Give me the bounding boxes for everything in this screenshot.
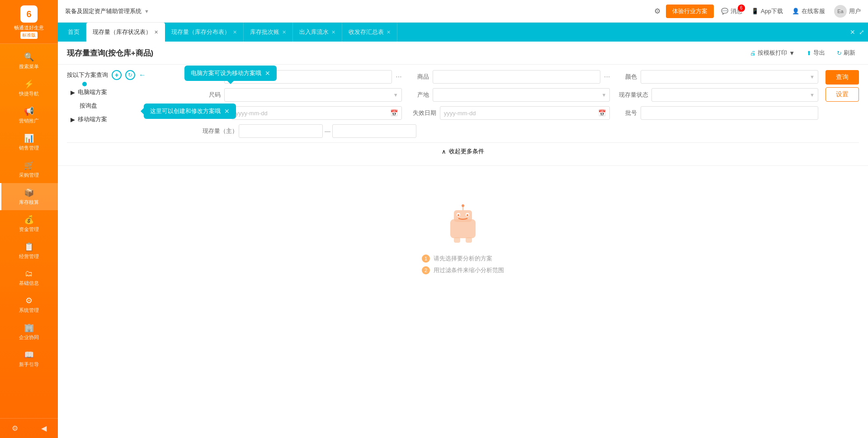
product-dots[interactable]: ··· — [604, 73, 610, 81]
tab-collect-summary[interactable]: 收发存汇总表 ✕ — [342, 23, 397, 42]
scheme-tooltip-close[interactable]: ✕ — [265, 70, 270, 77]
tab-inventory-status[interactable]: 现存量（库存状况表） ✕ — [86, 23, 165, 42]
page-actions: 🖨 按模板打印 ▼ ⬆ 导出 ↻ 刷新 — [746, 47, 859, 59]
sidebar-item-label: 基础信息 — [19, 280, 39, 287]
prod-date-input-wrapper[interactable]: yyyy-mm-dd 📅 — [231, 106, 402, 120]
range-sep: — — [325, 128, 330, 135]
tab-inventory-distribution[interactable]: 现存量（库存分布表） ✕ — [165, 23, 244, 42]
guide-icon: 📖 — [24, 350, 34, 360]
sidebar-item-label: 搜索菜单 — [19, 63, 39, 70]
filter-back-btn[interactable]: ← — [139, 71, 146, 79]
desktop-arrow: ▶ — [71, 89, 75, 96]
sidebar-item-quick-nav[interactable]: ⚡ 快捷导航 — [0, 75, 58, 102]
user-avatar-btn[interactable]: Ea 用户 — [834, 5, 861, 18]
exp-date-icon: 📅 — [598, 109, 606, 117]
collapse-bar[interactable]: ∧ 收起更多条件 — [67, 142, 859, 160]
support-icon: 👤 — [792, 8, 799, 14]
svg-point-9 — [462, 204, 464, 207]
inv-qty-label: 现存量（主） — [203, 127, 235, 135]
sidebar-item-guide[interactable]: 📖 新手引导 — [0, 345, 58, 372]
filter-size: 尺码 ▼ — [203, 88, 402, 102]
size-label: 尺码 — [203, 91, 221, 99]
sales-icon: 📊 — [24, 133, 34, 143]
empty-hint-1: 1 请先选择要分析的方案 — [422, 254, 504, 263]
inv-status-label: 现存量状态 — [619, 91, 648, 99]
tabs-bar: 首页 现存量（库存状况表） ✕ 现存量（库存分布表） ✕ 库存批次账 ✕ 出入库… — [58, 23, 868, 42]
hint-text-2: 用过滤条件来缩小分析范围 — [434, 266, 504, 274]
sidebar-item-label: 经营管理 — [19, 253, 39, 260]
scheme-desktop[interactable]: ▶ 电脑端方案 — [67, 85, 148, 99]
inv-qty-max[interactable] — [332, 124, 416, 138]
sidebar-item-finance[interactable]: 💰 资金管理 — [0, 210, 58, 237]
exp-date-label: 失效日期 — [411, 109, 436, 117]
print-btn[interactable]: 🖨 按模板打印 ▼ — [746, 47, 798, 59]
hint-num-1: 1 — [422, 254, 430, 263]
sidebar-item-sales[interactable]: 📊 销售管理 — [0, 129, 58, 156]
filter-add-btn[interactable]: + — [112, 70, 122, 80]
create-scheme-tooltip-text: 这里可以创建和修改方案哦 — [150, 107, 221, 115]
create-scheme-tooltip: 这里可以创建和修改方案哦 ✕ — [144, 104, 236, 119]
search-btn[interactable]: 查询 — [826, 70, 859, 85]
topbar: 装备及固定资产辅助管理系统 ▼ ⚙ 体验行业方案 💬 消息 6 📱 App下载 … — [58, 0, 868, 23]
marketing-icon: 📢 — [24, 106, 34, 116]
refresh-label: 刷新 — [844, 49, 855, 57]
sidebar-item-marketing[interactable]: 📢 营销推广 — [0, 102, 58, 129]
export-btn[interactable]: ⬆ 导出 — [803, 47, 829, 59]
sidebar-item-purchase[interactable]: 🛒 采购管理 — [0, 156, 58, 183]
reset-btn[interactable]: 设置 — [826, 87, 859, 102]
exp-date-input-wrapper[interactable]: yyyy-mm-dd 📅 — [440, 106, 610, 120]
refresh-btn[interactable]: ↻ 刷新 — [833, 47, 859, 59]
online-support-btn[interactable]: 👤 在线客服 — [792, 7, 825, 15]
window-close-btn[interactable]: ✕ — [850, 28, 855, 36]
color-select[interactable] — [641, 70, 818, 84]
sidebar-item-enterprise[interactable]: 🏢 企业协同 — [0, 318, 58, 345]
scheme-mobile[interactable]: ▶ 移动端方案 — [67, 113, 148, 126]
inv-status-select[interactable] — [651, 88, 818, 102]
sidebar-item-search-menu[interactable]: 🔍 搜索菜单 — [0, 47, 58, 75]
scheme-sub1[interactable]: 按询盘 — [67, 99, 148, 113]
sidebar-collapse-btn[interactable]: ◀ — [41, 424, 47, 433]
tab-in-out-flow[interactable]: 出入库流水 ✕ — [293, 23, 342, 42]
tab-batch-account[interactable]: 库存批次账 ✕ — [244, 23, 293, 42]
filter-area: 按以下方案查询 + ↻ ← 电脑方案可设为移动方案哦 ✕ — [58, 65, 868, 166]
sidebar-item-label: 快捷导航 — [19, 90, 39, 97]
sidebar-item-basic-info[interactable]: 🗂 基础信息 — [0, 264, 58, 291]
basic-info-icon: 🗂 — [25, 269, 33, 278]
inv-qty-min[interactable] — [239, 124, 323, 138]
tab-close-flow[interactable]: ✕ — [331, 29, 335, 35]
quick-nav-icon: ⚡ — [24, 79, 34, 89]
tab-close-inventory-status[interactable]: ✕ — [154, 29, 158, 35]
desktop-label: 电脑端方案 — [78, 88, 107, 96]
sidebar-item-operations[interactable]: 📋 经营管理 — [0, 237, 58, 264]
svg-rect-1 — [454, 210, 472, 222]
tab-close-summary[interactable]: ✕ — [387, 29, 391, 35]
sidebar: 6 畅通道好生意 标准版 🔍 搜索菜单 ⚡ 快捷导航 📢 营销推广 📊 销售管理… — [0, 0, 58, 438]
scheme-mobile-tooltip-text: 电脑方案可设为移动方案哦 — [191, 69, 261, 77]
app-download-btn[interactable]: 📱 App下载 — [751, 7, 783, 15]
sidebar-item-label: 库存核算 — [19, 199, 39, 206]
filter-connected-dot — [82, 82, 87, 86]
origin-select[interactable] — [433, 88, 610, 102]
sidebar-item-system[interactable]: ⚙ 系统管理 — [0, 291, 58, 318]
size-select[interactable] — [224, 88, 402, 102]
product-input[interactable] — [433, 70, 600, 84]
sidebar-settings-btn[interactable]: ⚙ — [12, 424, 18, 433]
svg-rect-6 — [454, 237, 460, 243]
tab-close-inventory-dist[interactable]: ✕ — [233, 29, 237, 35]
product-label: 商品 — [411, 73, 429, 81]
sidebar-item-label: 采购管理 — [19, 172, 39, 179]
trial-btn[interactable]: 体验行业方案 — [666, 5, 714, 18]
warehouse-dots[interactable]: ··· — [396, 73, 401, 81]
topbar-settings-icon[interactable]: ⚙ — [654, 7, 660, 15]
tab-home[interactable]: 首页 — [61, 23, 86, 42]
inventory-icon: 📦 — [24, 188, 34, 198]
enterprise-icon: 🏢 — [24, 323, 34, 333]
create-tooltip-close[interactable]: ✕ — [224, 108, 230, 115]
window-maximize-btn[interactable]: ⤢ — [859, 28, 864, 36]
sidebar-item-inventory[interactable]: 📦 库存核算 — [0, 183, 58, 210]
filter-refresh-btn[interactable]: ↻ — [125, 70, 135, 80]
filter-fields: 仓库 ··· 商品 ··· — [193, 70, 818, 142]
tab-close-batch[interactable]: ✕ — [282, 29, 286, 35]
notifications-btn[interactable]: 💬 消息 6 — [721, 7, 742, 15]
batch-no-input[interactable] — [641, 106, 818, 120]
